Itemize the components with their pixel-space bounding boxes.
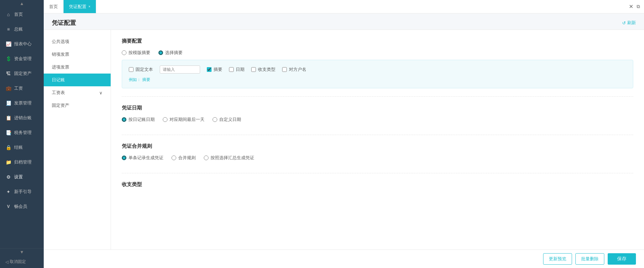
radio-custom-date[interactable]: 自定义日期 [213, 117, 241, 123]
tabs-bar: 首页 凭证配置 × ✕ ⧉ [44, 0, 644, 13]
radio-by-selection-summary[interactable]: 按照选择汇总生成凭证 [204, 155, 254, 161]
radio-by-template-label: 按模版摘要 [128, 50, 150, 56]
radio-by-selection-summary-input[interactable] [204, 155, 209, 160]
radio-merge-rule-input[interactable] [172, 155, 176, 160]
radio-merge-rule[interactable]: 合并规则 [172, 155, 196, 161]
sidebar-item-member[interactable]: V 畅会员 [0, 199, 44, 214]
checkbox-fixed-text[interactable]: 固定文本 [129, 66, 153, 73]
radio-custom-date-input[interactable] [213, 117, 217, 122]
tab-home-label: 首页 [49, 4, 58, 10]
tax-icon: 📑 [5, 130, 11, 135]
sidebar-item-label: 畅会员 [14, 204, 27, 210]
income-expense-title: 收支类型 [122, 181, 633, 188]
sidebar-item-fund-management[interactable]: 💲 资金管理 [0, 51, 44, 66]
left-nav-fixed-assets[interactable]: 固定资产 [44, 99, 111, 112]
checkbox-date[interactable]: 日期 [229, 66, 244, 73]
sidebar-bottom: ▼ ◁ 取消固定 [0, 248, 44, 268]
radio-last-day[interactable]: 对应期间最后一天 [163, 117, 204, 123]
settings-icon: ⚙ [5, 174, 11, 180]
sidebar-item-label: 设置 [14, 174, 23, 180]
ledger-icon: ≡ [5, 27, 11, 32]
body-layout: 公共选项 销项发票 进项发票 日记账 工资表 ∨ 固定资产 [44, 30, 644, 250]
checkbox-summary[interactable]: 摘要 [207, 66, 222, 73]
sidebar-item-label: 新手引导 [14, 189, 32, 195]
date-label: 日期 [236, 66, 244, 73]
radio-by-journal-date-input[interactable] [122, 117, 126, 122]
sidebar-item-label: 工资 [14, 85, 23, 91]
save-button[interactable]: 保存 [608, 253, 636, 265]
checkbox-counterpart[interactable]: 对方户名 [282, 66, 306, 73]
radio-by-selection-summary-label: 按照选择汇总生成凭证 [211, 155, 254, 161]
closing-icon: 🔒 [5, 145, 11, 150]
checkbox-date-input[interactable] [229, 67, 234, 72]
report-icon: 📈 [5, 41, 11, 47]
checkbox-income-type[interactable]: 收支类型 [251, 66, 275, 73]
sidebar-item-report-center[interactable]: 📈 报表中心 [0, 37, 44, 51]
radio-single-record[interactable]: 单条记录生成凭证 [122, 155, 163, 161]
sidebar-item-guide[interactable]: ✦ 新手引导 [0, 184, 44, 199]
guide-icon: ✦ [5, 189, 11, 194]
main-area: 首页 凭证配置 × ✕ ⧉ 凭证配置 ↺ 刷新 公共选项 [44, 0, 644, 268]
sidebar-item-label: 进销台账 [14, 115, 32, 121]
example-row: 例如： 摘要 [129, 77, 626, 83]
tab-voucher-config[interactable]: 凭证配置 × [64, 0, 96, 13]
radio-custom-date-label: 自定义日期 [219, 117, 241, 123]
left-nav-journal[interactable]: 日记账 [44, 74, 111, 86]
radio-by-journal-date[interactable]: 按日记账日期 [122, 117, 155, 123]
sidebar-item-archive[interactable]: 📁 归档管理 [0, 155, 44, 170]
section-voucher-date: 凭证日期 按日记账日期 对应期间最后一天 自定义日期 [122, 105, 633, 135]
radio-single-record-input[interactable] [122, 155, 126, 160]
payroll-icon: 💼 [5, 86, 11, 91]
sidebar-scroll-up[interactable]: ▲ [0, 0, 44, 7]
checkbox-counterpart-input[interactable] [282, 67, 287, 72]
sidebar-scroll-down[interactable]: ▼ [0, 249, 44, 256]
sidebar-item-payroll[interactable]: 💼 工资 [0, 81, 44, 96]
sidebar-item-fixed-assets[interactable]: 🏗 固定资产 [0, 66, 44, 81]
section-income-expense: 收支类型 [122, 181, 633, 201]
sidebar-item-home[interactable]: ⌂ 首页 [0, 7, 44, 22]
window-close-icon[interactable]: ✕ [629, 3, 633, 10]
voucher-merge-radio-group: 单条记录生成凭证 合并规则 按照选择汇总生成凭证 [122, 155, 633, 161]
cancel-fixed-button[interactable]: ◁ 取消固定 [0, 256, 44, 268]
sidebar-item-label: 固定资产 [14, 71, 32, 77]
chevron-down-icon: ∨ [99, 90, 103, 95]
left-nav-label: 日记账 [52, 77, 65, 83]
member-icon: V [5, 204, 11, 209]
assets-icon: 🏗 [5, 71, 11, 76]
radio-by-template-input[interactable] [122, 50, 126, 55]
batch-delete-button[interactable]: 批量删除 [575, 253, 604, 265]
radio-select-summary-input[interactable] [158, 50, 163, 55]
refresh-button[interactable]: ↺ 刷新 [622, 20, 636, 26]
sidebar-item-general-ledger[interactable]: ≡ 总账 [0, 22, 44, 37]
fixed-text-input[interactable] [160, 65, 200, 74]
checkbox-fixed-text-input[interactable] [129, 67, 134, 72]
radio-merge-rule-label: 合并规则 [178, 155, 196, 161]
radio-select-summary[interactable]: 选择摘要 [158, 50, 183, 56]
checkbox-summary-input[interactable] [207, 67, 212, 72]
voucher-merge-title: 凭证合并规则 [122, 143, 633, 149]
refresh-label: 刷新 [627, 20, 636, 26]
tab-close-icon[interactable]: × [88, 5, 90, 8]
window-restore-icon[interactable]: ⧉ [637, 4, 640, 9]
radio-last-day-input[interactable] [163, 117, 167, 122]
tab-home[interactable]: 首页 [44, 0, 64, 13]
right-content: 摘要配置 按模版摘要 选择摘要 [111, 30, 644, 250]
sidebar-item-closing[interactable]: 🔒 结账 [0, 140, 44, 155]
sidebar-item-tax-management[interactable]: 📑 税务管理 [0, 125, 44, 140]
purchase-icon: 📋 [5, 115, 11, 121]
radio-by-template[interactable]: 按模版摘要 [122, 50, 150, 56]
sidebar-item-invoice-management[interactable]: 🧾 发票管理 [0, 96, 44, 110]
left-nav-public-options[interactable]: 公共选项 [44, 35, 111, 48]
sidebar-item-purchase-sales[interactable]: 📋 进销台账 [0, 110, 44, 125]
sidebar-item-label: 发票管理 [14, 100, 32, 106]
sidebar-item-settings[interactable]: ⚙ 设置 [0, 170, 44, 184]
left-nav-payroll-table[interactable]: 工资表 ∨ [44, 86, 111, 99]
update-preview-button[interactable]: 更新预览 [543, 253, 572, 265]
checkbox-income-type-input[interactable] [251, 67, 256, 72]
summary-config-title: 摘要配置 [122, 38, 633, 44]
tabs-right-actions: ✕ ⧉ [625, 3, 644, 10]
summary-radio-group: 按模版摘要 选择摘要 [122, 50, 633, 56]
left-nav: 公共选项 销项发票 进项发票 日记账 工资表 ∨ 固定资产 [44, 30, 111, 250]
left-nav-purchase-invoice[interactable]: 进项发票 [44, 61, 111, 74]
left-nav-sales-invoice[interactable]: 销项发票 [44, 48, 111, 61]
